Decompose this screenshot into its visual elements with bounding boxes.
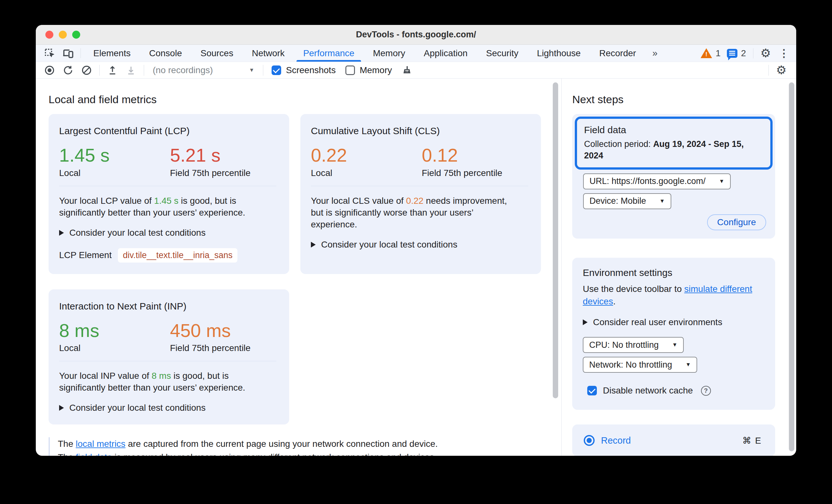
load-profile-button[interactable]: [104, 63, 121, 78]
tab-memory[interactable]: Memory: [364, 45, 414, 62]
tab-console[interactable]: Console: [140, 45, 191, 62]
close-window-button[interactable]: [45, 31, 53, 38]
chevron-down-icon: ▼: [249, 67, 254, 74]
disclosure-triangle-icon: [59, 405, 64, 411]
kebab-menu-icon[interactable]: ⋮: [777, 48, 790, 58]
memory-checkbox[interactable]: [345, 65, 355, 75]
record-shortcut: ⌘ E: [743, 435, 762, 446]
device-dropdown-value: Device: Mobile: [590, 196, 646, 206]
record-button[interactable]: [41, 63, 58, 78]
configure-button[interactable]: Configure: [707, 214, 766, 230]
lcp-field-value: 5.21 s: [170, 145, 276, 166]
disclosure-triangle-icon: [59, 230, 64, 236]
metrics-main-area: Local and field metrics Largest Contentf…: [36, 79, 562, 456]
lcp-local-label: Local: [59, 168, 170, 178]
cls-consider-disclosure[interactable]: Consider your local test conditions: [311, 240, 528, 250]
sidebar-scrollbar[interactable]: [789, 82, 794, 451]
local-metrics-link[interactable]: local metrics: [76, 439, 126, 449]
garbage-collect-button[interactable]: [397, 63, 415, 78]
url-dropdown[interactable]: URL: https://fonts.google.com/ ▼: [583, 174, 731, 189]
disable-cache-checkbox[interactable]: [587, 386, 597, 395]
lcp-element-link[interactable]: div.tile__text.tile__inria_sans: [118, 248, 237, 263]
scrollbar-thumb[interactable]: [789, 82, 794, 451]
more-tabs-button[interactable]: »: [645, 45, 664, 62]
collection-period: Collection period: Aug 19, 2024 - Sep 15…: [584, 139, 763, 162]
clear-button[interactable]: [78, 63, 95, 78]
main-scrollbar[interactable]: [553, 82, 558, 398]
environment-desc-text: Use the device toolbar to: [583, 284, 684, 294]
warnings-badge[interactable]: ! 1: [701, 48, 721, 58]
cls-desc-value: 0.22: [406, 196, 424, 206]
inp-field-label: Field 75th percentile: [170, 343, 276, 353]
memory-label: Memory: [360, 65, 392, 75]
screenshots-checkbox-row[interactable]: Screenshots: [271, 65, 336, 75]
tab-label: Sources: [200, 48, 233, 58]
tab-label: Security: [486, 48, 518, 58]
cls-field-value: 0.12: [422, 145, 528, 166]
cpu-throttling-dropdown[interactable]: CPU: No throttling ▼: [583, 337, 684, 353]
cls-card: Cumulative Layout Shift (CLS) 0.22 Local…: [300, 114, 541, 274]
cls-field-column: 0.12 Field 75th percentile: [422, 145, 528, 178]
inp-local-column: 8 ms Local: [59, 320, 170, 353]
lcp-values-row: 1.45 s Local 5.21 s Field 75th percentil…: [59, 145, 276, 178]
tabbar-separator: [80, 48, 81, 58]
disclosure-triangle-icon: [583, 319, 588, 325]
panel-content: Local and field metrics Largest Contentf…: [36, 79, 796, 456]
inp-consider-disclosure[interactable]: Consider your local test conditions: [59, 403, 276, 413]
screenshots-checkbox[interactable]: [271, 65, 281, 75]
inp-values-row: 8 ms Local 450 ms Field 75th percentile: [59, 320, 276, 353]
inp-local-label: Local: [59, 343, 170, 353]
tab-performance[interactable]: Performance: [294, 45, 364, 62]
lcp-field-column: 5.21 s Field 75th percentile: [170, 145, 276, 178]
cls-local-value: 0.22: [311, 145, 422, 166]
zoom-window-button[interactable]: [72, 31, 80, 38]
disable-cache-row[interactable]: Disable network cache ?: [587, 386, 764, 396]
record-icon: [584, 435, 595, 446]
footnote-text: are captured from the current page using…: [126, 439, 438, 449]
tab-elements[interactable]: Elements: [84, 45, 140, 62]
tab-label: Memory: [373, 48, 405, 58]
real-user-environments-disclosure[interactable]: Consider real user environments: [583, 317, 764, 327]
lcp-description: Your local LCP value of 1.45 s is good, …: [59, 195, 267, 219]
window-title: DevTools - fonts.google.com/: [36, 30, 796, 39]
tab-application[interactable]: Application: [414, 45, 477, 62]
tab-network[interactable]: Network: [242, 45, 294, 62]
divider: [59, 186, 276, 186]
tab-label: Application: [424, 48, 467, 58]
page-title: Local and field metrics: [49, 93, 562, 106]
field-data-card: Field data Collection period: Aug 19, 20…: [572, 114, 775, 239]
recordings-dropdown[interactable]: (no recordings) ▼: [148, 65, 259, 75]
field-data-link[interactable]: field data: [76, 452, 112, 456]
settings-gear-icon[interactable]: ⚙: [760, 47, 771, 59]
tab-label: Recorder: [599, 48, 636, 58]
issues-count: 2: [741, 48, 746, 58]
reload-and-record-button[interactable]: [59, 63, 77, 78]
save-profile-button[interactable]: [122, 63, 140, 78]
lcp-desc-value: 1.45 s: [154, 196, 178, 206]
scrollbar-thumb[interactable]: [553, 82, 558, 398]
inspect-element-button[interactable]: [40, 45, 59, 62]
tab-label: Elements: [93, 48, 131, 58]
tab-recorder[interactable]: Recorder: [590, 45, 645, 62]
issues-badge[interactable]: 2: [727, 48, 746, 58]
record-action[interactable]: Record: [584, 435, 631, 446]
tabbar-separator: [753, 48, 753, 58]
minimize-window-button[interactable]: [59, 31, 67, 38]
inp-card-title: Interaction to Next Paint (INP): [59, 301, 276, 312]
tab-label: Performance: [303, 48, 354, 58]
devtools-tabbar: Elements Console Sources Network Perform…: [36, 45, 796, 62]
toolbar-right-controls: ⚙: [765, 64, 791, 76]
lcp-consider-disclosure[interactable]: Consider your local test conditions: [59, 228, 276, 238]
tab-security[interactable]: Security: [477, 45, 527, 62]
tabbar-right-controls: ! 1 2 ⚙ ⋮: [701, 45, 796, 62]
memory-checkbox-row[interactable]: Memory: [345, 65, 392, 75]
help-icon[interactable]: ?: [701, 386, 711, 396]
toggle-device-toolbar-button[interactable]: [59, 45, 77, 62]
network-throttling-dropdown[interactable]: Network: No throttling ▼: [583, 357, 697, 373]
footnote-text: is measured by real users using many dif…: [112, 452, 437, 456]
performance-toolbar: (no recordings) ▼ Screenshots Memory ⚙: [36, 62, 796, 79]
tab-sources[interactable]: Sources: [191, 45, 242, 62]
tab-lighthouse[interactable]: Lighthouse: [527, 45, 590, 62]
capture-settings-gear-icon[interactable]: ⚙: [772, 64, 791, 76]
device-dropdown[interactable]: Device: Mobile ▼: [583, 193, 671, 209]
